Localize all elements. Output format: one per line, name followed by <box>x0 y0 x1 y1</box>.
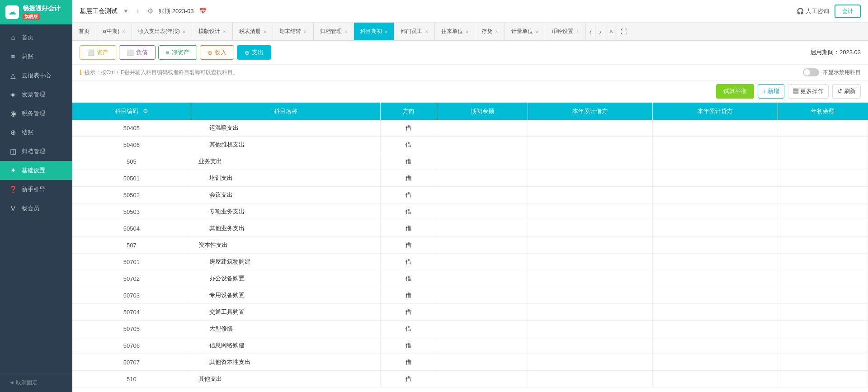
tab-tax-list[interactable]: 税表清册 × <box>233 23 273 40</box>
tab-prev-btn[interactable]: ‹ <box>586 23 596 40</box>
add-project-btn[interactable]: ＋ <box>134 6 142 16</box>
refresh-btn[interactable]: ↺ 刷新 <box>832 84 861 99</box>
tax-icon: ◉ <box>9 109 17 118</box>
sidebar-item-member[interactable]: V 畅会员 <box>0 199 72 218</box>
cell-code: 50705 <box>72 321 191 337</box>
sidebar-item-home[interactable]: ⌂ 首页 <box>0 28 72 47</box>
cell-initial <box>437 304 528 321</box>
tab-counterparty[interactable]: 往来单位 × <box>435 23 475 40</box>
table-row[interactable]: 50703专用设备购置借 <box>72 287 868 304</box>
cell-year-initial <box>778 153 868 170</box>
tab-midterm[interactable]: ε(中期) × <box>96 23 132 40</box>
cell-ytd-credit <box>653 220 778 237</box>
cell-initial <box>437 287 528 304</box>
tab-unit[interactable]: 计量单位 × <box>505 23 545 40</box>
cell-initial <box>437 371 528 387</box>
sidebar-item-settle[interactable]: ⊕ 结账 <box>0 123 72 142</box>
table-row[interactable]: 50705大型修缮借 <box>72 321 868 337</box>
tab-account-initial[interactable]: 科目期初 × <box>354 23 394 40</box>
cell-code: 50702 <box>72 270 191 287</box>
sidebar-item-ledger[interactable]: ≡ 总账 <box>0 47 72 66</box>
balance-btn[interactable]: 试算平衡 <box>716 84 754 99</box>
table-row[interactable]: 50502会议支出借 <box>72 187 868 203</box>
cell-ytd-debit <box>528 153 652 170</box>
cell-code: 50502 <box>72 187 191 203</box>
more-btn[interactable]: ☰ 更多操作 <box>788 84 829 99</box>
sidebar-item-invoice[interactable]: ◈ 发票管理 <box>0 85 72 104</box>
table-row[interactable]: 50707其他资本性支出借 <box>72 354 868 371</box>
tab-archive[interactable]: 归档管理 × <box>314 23 354 40</box>
sidebar-item-guide[interactable]: ❓ 新手引导 <box>0 180 72 199</box>
tab-close-account[interactable]: × <box>385 29 387 34</box>
sidebar-item-settings[interactable]: ✦ 基础设置 <box>0 161 72 180</box>
tab-close-counter[interactable]: × <box>466 29 468 34</box>
tab-close-all-btn[interactable]: × <box>605 23 617 40</box>
cat-tab-asset[interactable]: ⬜ 资产 <box>80 45 116 60</box>
tab-next-btn[interactable]: › <box>595 23 605 40</box>
tab-period-end[interactable]: 期末结转 × <box>273 23 313 40</box>
table-row[interactable]: 50503专项业务支出借 <box>72 203 868 220</box>
table-row[interactable]: 50704交通工具购置借 <box>72 304 868 321</box>
table-row[interactable]: 50406其他维权支出借 <box>72 137 868 153</box>
tab-department[interactable]: 部门员工 × <box>394 23 434 40</box>
cell-ytd-debit <box>528 137 652 153</box>
cat-tab-equity[interactable]: ≡ 净资产 <box>158 45 197 60</box>
table-row[interactable]: 50504其他业务支出借 <box>72 220 868 237</box>
calendar-icon[interactable]: 📅 <box>199 8 207 14</box>
cell-initial <box>437 270 528 287</box>
tab-currency[interactable]: 币种设置 × <box>545 23 585 40</box>
cell-code: 50501 <box>72 170 191 187</box>
tab-close-period[interactable]: × <box>304 29 307 34</box>
tab-close-unit[interactable]: × <box>536 29 538 34</box>
tab-home[interactable]: 首页 <box>72 23 96 40</box>
table-row[interactable]: 50706信息网络购建借 <box>72 337 868 354</box>
cell-year-initial <box>778 270 868 287</box>
cell-year-initial <box>778 304 868 321</box>
table-row[interactable]: 50701房屋建筑物购建借 <box>72 254 868 270</box>
project-settings-icon[interactable]: ⚙ <box>147 7 153 15</box>
sidebar-item-archive[interactable]: ◫ 归档管理 <box>0 142 72 161</box>
tab-close-tax[interactable]: × <box>264 29 266 34</box>
period-label: 启用期间：2023.03 <box>810 48 861 57</box>
sidebar-collapse-btn[interactable]: ◄ 取消固定 <box>0 373 72 392</box>
tab-close-midterm[interactable]: × <box>122 29 125 34</box>
table-row[interactable]: 50702办公设备购置借 <box>72 270 868 287</box>
tab-close-currency[interactable]: × <box>576 29 579 34</box>
tab-close-archive[interactable]: × <box>344 29 347 34</box>
tab-expand-btn[interactable]: ⛶ <box>617 23 631 40</box>
user-role-btn[interactable]: 会计 <box>835 5 861 18</box>
cell-direction: 借 <box>380 220 437 237</box>
cat-tab-expenditure[interactable]: ⊕ 支出 <box>237 45 271 60</box>
tab-inventory[interactable]: 存货 × <box>475 23 505 40</box>
cell-code: 50704 <box>72 304 191 321</box>
disable-toggle[interactable] <box>803 68 819 76</box>
tab-template[interactable]: 模版设计 × <box>192 23 232 40</box>
cell-ytd-credit <box>653 203 778 220</box>
table-row[interactable]: 505业务支出借 <box>72 153 868 170</box>
cat-tab-liability[interactable]: ⬜ 负债 <box>119 45 156 60</box>
tab-close-inventory[interactable]: × <box>495 29 498 34</box>
tab-annual-report[interactable]: 收入支出表(年报) × <box>132 23 192 40</box>
cell-initial <box>437 337 528 354</box>
cell-year-initial <box>778 371 868 387</box>
sidebar-item-tax[interactable]: ◉ 税务管理 <box>0 104 72 123</box>
customer-service-btn[interactable]: 🎧 人工咨询 <box>797 7 829 15</box>
table-row[interactable]: 50405运温暖支出借 <box>72 120 868 137</box>
cell-direction: 借 <box>380 304 437 321</box>
sidebar-item-report[interactable]: △ 云报表中心 <box>0 66 72 85</box>
topbar: 基层工会测试 ▼ ＋ ⚙ 账期 2023-03 📅 🎧 人工咨询 会计 <box>72 0 868 23</box>
table-row[interactable]: 510其他支出借 <box>72 371 868 387</box>
cat-tab-income[interactable]: ⊕ 收入 <box>200 45 234 60</box>
add-btn[interactable]: + 新增 <box>758 84 784 99</box>
tab-close-dept[interactable]: × <box>425 29 428 34</box>
cell-year-initial <box>778 287 868 304</box>
col-settings-icon[interactable]: ⚙ <box>143 108 148 114</box>
tab-close-template[interactable]: × <box>223 29 226 34</box>
tab-close-annual[interactable]: × <box>183 29 185 34</box>
table-row[interactable]: 507资本性支出借 <box>72 237 868 254</box>
cell-direction: 借 <box>380 354 437 371</box>
cell-ytd-debit <box>528 354 652 371</box>
cell-ytd-debit <box>528 187 652 203</box>
table-row[interactable]: 50501培训支出借 <box>72 170 868 187</box>
project-dropdown-icon[interactable]: ▼ <box>123 8 129 14</box>
